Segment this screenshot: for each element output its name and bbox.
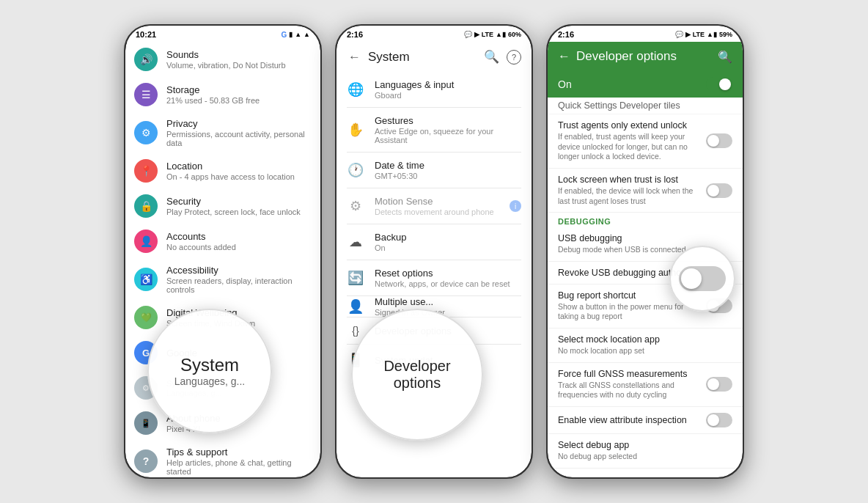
gnss-title: Force full GNSS measurements: [558, 369, 700, 379]
signal-icon: ▲: [304, 31, 310, 38]
phone2-back-button[interactable]: ←: [347, 48, 362, 66]
zoom-system-text: System: [174, 355, 246, 376]
system-item-gestures[interactable]: ✋ Gestures Active Edge on, squeeze for y…: [336, 108, 532, 152]
phone2-time: 2:16: [347, 30, 363, 39]
usb-toggle-zoomed[interactable]: [679, 266, 726, 291]
settings-item-location[interactable]: 📍 Location On - 4 apps have access to lo…: [125, 153, 320, 188]
settings-item-sounds[interactable]: 🔊 Sounds Volume, vibration, Do Not Distu…: [125, 42, 320, 77]
phone2-search-button[interactable]: 🔍: [482, 48, 501, 66]
phone3-app-bar: ← Developer options 🔍: [548, 42, 743, 71]
bug-report-subtitle: Show a button in the power menu for taki…: [558, 302, 700, 322]
usb-debugging-subtitle: Debug mode when USB is connected: [558, 245, 694, 255]
usb-toggle-thumb-zoomed: [681, 268, 702, 289]
developer-icon: {}: [347, 325, 364, 337]
sounds-title: Sounds: [166, 49, 312, 60]
storage-title: Storage: [166, 84, 312, 95]
system-item-reset[interactable]: 🔄 Reset options Network, apps, or device…: [336, 260, 532, 295]
settings-item-security[interactable]: 🔒 Security Play Protect, screen lock, fa…: [125, 188, 320, 224]
storage-subtitle: 21% used - 50.83 GB free: [166, 96, 312, 105]
phone3-back-button[interactable]: ←: [558, 49, 570, 64]
phone2-app-bar: ← System 🔍 ?: [336, 42, 532, 72]
phone3-main-toggle-thumb: [719, 78, 731, 90]
dev-item-mock-location[interactable]: Select mock location app No mock locatio…: [548, 328, 743, 363]
gestures-icon: ✋: [347, 122, 364, 138]
quick-settings-title: Quick Settings Developer tiles: [558, 100, 732, 111]
phone3-on-row: On: [548, 71, 743, 98]
system-item-datetime[interactable]: 🕐 Date & time GMT+05:30: [336, 153, 532, 188]
phone3-status-bar: 2:16 💬 ▶ LTE ▲▮ 59%: [548, 26, 743, 42]
accessibility-subtitle: Screen readers, display, interaction con…: [166, 276, 312, 294]
security-title: Security: [166, 196, 312, 207]
settings-item-privacy[interactable]: ⚙ Privacy Permissions, account activity,…: [125, 112, 320, 153]
security-subtitle: Play Protect, screen lock, face unlock: [166, 208, 312, 216]
reset-subtitle: Network, apps, or device can be reset: [375, 279, 521, 288]
lock-screen-title: Lock screen when trust is lost: [558, 175, 700, 185]
tips-title: Tips & support: [166, 447, 312, 458]
view-attr-toggle[interactable]: [706, 413, 732, 427]
about-icon: 📱: [134, 411, 158, 435]
backup-subtitle: On: [375, 243, 521, 252]
phone3-on-label: On: [558, 78, 706, 90]
settings-item-accessibility[interactable]: ♿ Accessibility Screen readers, display,…: [125, 259, 320, 300]
accounts-title: Accounts: [166, 231, 312, 242]
settings-item-storage[interactable]: ☰ Storage 21% used - 50.83 GB free: [125, 77, 320, 112]
digital-wellbeing-icon: 💚: [134, 306, 158, 329]
dev-item-quick-settings[interactable]: Quick Settings Developer tiles: [548, 98, 743, 114]
trust-agents-toggle[interactable]: [706, 133, 732, 148]
phone1-time: 10:21: [136, 30, 156, 39]
languages-title: Languages & input: [375, 79, 521, 90]
dev-item-trust-agents[interactable]: Trust agents only extend unlock If enabl…: [548, 114, 743, 169]
phone1-status-bar: 10:21 G ▮ ▲ ▲: [125, 26, 320, 42]
mock-location-title: Select mock location app: [558, 334, 732, 345]
privacy-icon: ⚙: [134, 121, 158, 144]
system-item-languages[interactable]: 🌐 Languages & input Gboard: [336, 72, 532, 107]
languages-icon: 🌐: [347, 81, 364, 98]
accessibility-icon: ♿: [134, 268, 158, 291]
motion-sense-subtitle: Detects movement around phone: [375, 208, 499, 216]
phone3-main-toggle[interactable]: [706, 77, 732, 92]
phone3-time: 2:16: [558, 30, 574, 39]
phone3-toggle-zoom: [669, 246, 735, 312]
reset-icon: 🔄: [347, 270, 364, 286]
languages-subtitle: Gboard: [375, 91, 521, 100]
phone3-search-button[interactable]: 🔍: [718, 50, 732, 64]
phone2-battery-text: 60%: [508, 31, 521, 38]
accounts-icon: 👤: [134, 230, 158, 253]
sounds-subtitle: Volume, vibration, Do Not Disturb: [166, 61, 312, 70]
phone1-status-icons: G ▮ ▲ ▲: [281, 31, 310, 39]
trust-agents-title: Trust agents only extend unlock: [558, 120, 700, 131]
dev-item-debug-app[interactable]: Select debug app No debug app selected: [548, 434, 743, 469]
motion-sense-badge: i: [510, 200, 521, 212]
backup-icon: ☁: [347, 234, 364, 250]
datetime-icon: 🕐: [347, 162, 364, 178]
phone2-title: System: [368, 50, 477, 65]
gestures-subtitle: Active Edge on, squeeze for your Assista…: [375, 127, 521, 144]
dev-item-view-attr[interactable]: Enable view attribute inspection: [548, 407, 743, 434]
phone3-youtube-icon: ▶: [685, 31, 691, 38]
phone2-signal-icon: ▲▮: [496, 31, 506, 38]
phone3-lte-icon: LTE: [693, 31, 705, 38]
lock-screen-toggle[interactable]: [706, 183, 732, 198]
phone3-whatsapp-icon: 💬: [675, 31, 683, 38]
system-item-motion-sense[interactable]: ⚙ Motion Sense Detects movement around p…: [336, 188, 532, 224]
zoom-developer-text: Developer options: [360, 358, 474, 392]
dev-item-lock-screen[interactable]: Lock screen when trust is lost If enable…: [548, 169, 743, 213]
system-item-backup[interactable]: ☁ Backup On: [336, 224, 532, 260]
view-attr-title: Enable view attribute inspection: [558, 415, 700, 425]
privacy-subtitle: Permissions, account activity, personal …: [166, 130, 312, 147]
accounts-subtitle: No accounts added: [166, 243, 312, 252]
settings-item-accounts[interactable]: 👤 Accounts No accounts added: [125, 224, 320, 259]
settings-item-tips[interactable]: ? Tips & support Help articles, phone & …: [125, 441, 320, 477]
usb-debugging-title: USB debugging: [558, 233, 694, 243]
phone2-zoom-overlay: Developer options: [351, 309, 483, 441]
phone3-title: Developer options: [576, 49, 712, 64]
location-subtitle: On - 4 apps have access to location: [166, 172, 312, 181]
phone3-signal-icon: ▲▮: [707, 31, 717, 38]
dev-item-gnss[interactable]: Force full GNSS measurements Track all G…: [548, 363, 743, 407]
phone2-help-button[interactable]: ?: [507, 50, 521, 65]
phone3-status-icons: 💬 ▶ LTE ▲▮ 59%: [675, 31, 732, 38]
gnss-subtitle: Track all GNSS constellations and freque…: [558, 381, 700, 400]
debugging-section-label: DEBUGGING: [548, 213, 743, 227]
gnss-toggle[interactable]: [706, 377, 732, 392]
users-title: Multiple use...: [375, 296, 521, 307]
